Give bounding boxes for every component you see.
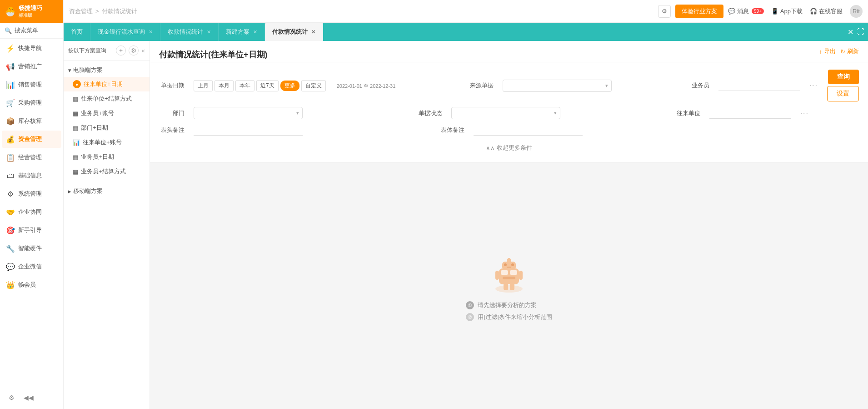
sidebar-icon-basic-info: 🗃 (6, 172, 15, 180)
scheme-icon-staff-payment: ▦ (73, 168, 78, 175)
custom-btn[interactable]: 自定义 (301, 80, 326, 91)
tab-new-scheme[interactable]: 新建方案 ✕ (219, 23, 265, 41)
empty-tip-1: ① 请先选择要分析的方案 (466, 301, 552, 309)
sidebar-icon-quick-nav: ⚡ (6, 44, 15, 52)
service-label: 在线客服 (819, 7, 843, 15)
sidebar-label-marketing: 营销推广 (18, 62, 42, 71)
tab-payment-stats-close[interactable]: ✕ (311, 29, 315, 35)
message-icon: 💬 (728, 8, 735, 15)
desktop-group-title[interactable]: ▾ 电脑端方案 (64, 63, 150, 77)
sidebar-search[interactable]: 🔍 搜索菜单 (0, 23, 63, 39)
svg-rect-10 (519, 271, 523, 280)
sidebar-items: ⚡ 快捷导航 📢 营销推广 📊 销售管理 🛒 采购管理 📦 库存核算 💰 资金管… (0, 39, 63, 294)
trial-btn[interactable]: 体验行业方案 (675, 5, 723, 18)
svg-rect-8 (507, 267, 511, 268)
sidebar-item-hardware[interactable]: 🔧 智能硬件 (2, 240, 61, 257)
scheme-item-staff-payment[interactable]: ▦ 业务员+结算方式 (64, 164, 150, 179)
sidebar: 🐣 畅捷通巧 标准版 🔍 搜索菜单 ⚡ 快捷导航 📢 营销推广 📊 销售管理 🛒… (0, 0, 64, 409)
vendor-dots-btn[interactable]: ··· (800, 109, 809, 117)
mobile-group-title[interactable]: ▸ 移动端方案 (64, 184, 150, 198)
tab-home[interactable]: 首页 (64, 23, 90, 41)
sidebar-item-operations[interactable]: 📋 经营管理 (2, 149, 61, 166)
sidebar-icon-finance: 💰 (6, 135, 15, 143)
tip-num-2: ② (466, 313, 474, 321)
scheme-item-label-dept-date: 部门+日期 (81, 124, 108, 132)
tab-collection-stats[interactable]: 收款情况统计 ✕ (160, 23, 219, 41)
sidebar-label-operations: 经营管理 (18, 153, 42, 162)
header-note-input[interactable] (194, 125, 303, 136)
add-scheme-btn[interactable]: + (116, 45, 126, 56)
sidebar-item-weixin[interactable]: 💬 企业微信 (2, 258, 61, 275)
scheme-settings-btn[interactable]: ⚙ (129, 45, 139, 56)
scheme-item-label-vendor-date: 往来单位+日期 (84, 80, 123, 88)
sidebar-item-inventory[interactable]: 📦 库存核算 (2, 112, 61, 130)
scheme-header-title: 按以下方案查询 (68, 47, 113, 55)
sidebar-label-quick-nav: 快捷导航 (18, 44, 42, 52)
sidebar-item-sales[interactable]: 📊 销售管理 (2, 76, 61, 93)
scheme-collapse-btn[interactable]: « (141, 47, 145, 54)
close-window-btn[interactable]: ✕ (848, 28, 853, 36)
content-area: 按以下方案查询 + ⚙ « ▾ 电脑端方案 ● 往来单位+日期 ▦ 往来单位+结… (64, 41, 868, 409)
refresh-btn[interactable]: ↻ 刷新 (840, 47, 859, 56)
sidebar-item-basic-info[interactable]: 🗃 基础信息 (2, 167, 61, 184)
dept-select[interactable] (194, 107, 303, 119)
maximize-btn[interactable]: ⛶ (857, 28, 864, 36)
staff-input[interactable] (718, 80, 800, 91)
scheme-item-dept-date[interactable]: ▦ 部门+日期 (64, 121, 150, 135)
topbar-settings-btn[interactable]: ⚙ (658, 5, 671, 18)
this-year-btn[interactable]: 本年 (235, 80, 254, 91)
service-btn[interactable]: 🎧 在线客服 (810, 7, 843, 15)
collapse-filter-btn[interactable]: ∧∧ 收起更多条件 (479, 141, 539, 155)
avatar[interactable]: Rit (850, 5, 863, 18)
sidebar-icon-operations: 📋 (6, 153, 15, 162)
tab-payment-stats[interactable]: 付款情况统计 ✕ (265, 23, 323, 41)
empty-tips: ① 请先选择要分析的方案 ② 用[过滤]条件来缩小分析范围 (466, 301, 552, 321)
bill-status-select[interactable] (451, 107, 560, 119)
scheme-item-staff-account[interactable]: ▦ 业务员+账号 (64, 106, 150, 121)
scheme-item-vendor-date[interactable]: ● 往来单位+日期 (64, 77, 150, 91)
filter-row-1: 单据日期 上月 本月 本年 近7天 更多 自定义 2022-01-01 至 20… (159, 70, 859, 101)
last-7-days-btn[interactable]: 近7天 (256, 80, 279, 91)
scheme-item-vendor-payment[interactable]: ▦ 往来单位+结算方式 (64, 91, 150, 106)
sidebar-label-inventory: 库存核算 (18, 117, 42, 125)
search-label: 搜索菜单 (15, 26, 38, 35)
sidebar-item-enterprise[interactable]: 🤝 企业协同 (2, 203, 61, 221)
sidebar-item-purchase[interactable]: 🛒 采购管理 (2, 94, 61, 111)
source-select[interactable] (503, 80, 612, 92)
export-btn[interactable]: ↑ 导出 (819, 47, 836, 56)
filter-settings-btn[interactable]: 设置 (827, 86, 859, 101)
sidebar-collapse-btn[interactable]: ◀◀ (22, 391, 35, 404)
query-btn[interactable]: 查询 (828, 70, 859, 84)
last-month-btn[interactable]: 上月 (194, 80, 213, 91)
sidebar-item-finance[interactable]: 💰 资金管理 (2, 131, 61, 148)
vendor-input[interactable] (709, 108, 791, 119)
tab-payment-stats-label: 付款情况统计 (272, 28, 308, 36)
search-icon: 🔍 (5, 27, 12, 34)
app-download-btn[interactable]: 📱 App下载 (771, 7, 803, 15)
tab-cash-flow-close[interactable]: ✕ (149, 29, 153, 35)
scheme-item-vendor-account[interactable]: 📊 往来单位+账号 (64, 135, 150, 150)
sidebar-item-vip[interactable]: 👑 畅会员 (2, 276, 61, 293)
sidebar-item-system[interactable]: ⚙ 系统管理 (2, 185, 61, 202)
sidebar-icon-marketing: 📢 (6, 62, 15, 71)
sidebar-item-marketing[interactable]: 📢 营销推广 (2, 58, 61, 75)
staff-dots-btn[interactable]: ··· (809, 81, 818, 90)
scheme-icon-vendor-account: 📊 (73, 139, 80, 146)
scheme-item-staff-date[interactable]: ▦ 业务员+日期 (64, 150, 150, 164)
empty-state: ① 请先选择要分析的方案 ② 用[过滤]条件来缩小分析范围 (150, 162, 868, 409)
body-note-input[interactable] (474, 125, 583, 136)
sidebar-label-enterprise: 企业协同 (18, 208, 42, 216)
tab-cash-flow[interactable]: 现金银行流水查询 ✕ (90, 23, 160, 41)
tab-collection-stats-close[interactable]: ✕ (207, 29, 211, 35)
refresh-label: 刷新 (847, 47, 859, 56)
this-month-btn[interactable]: 本月 (215, 80, 234, 91)
more-btn[interactable]: 更多 (280, 81, 299, 91)
mobile-group-label: 移动端方案 (73, 187, 103, 195)
sidebar-item-quick-nav[interactable]: ⚡ 快捷导航 (2, 40, 61, 57)
tab-new-scheme-close[interactable]: ✕ (253, 29, 257, 35)
svg-rect-2 (501, 270, 508, 275)
sidebar-settings-btn[interactable]: ⚙ (5, 391, 18, 404)
main-area: 资金管理 > 付款情况统计 ⚙ 体验行业方案 💬 消息 99+ 📱 App下载 … (64, 0, 868, 409)
message-btn[interactable]: 💬 消息 99+ (728, 7, 764, 15)
sidebar-item-guide[interactable]: 🎯 新手引导 (2, 222, 61, 239)
